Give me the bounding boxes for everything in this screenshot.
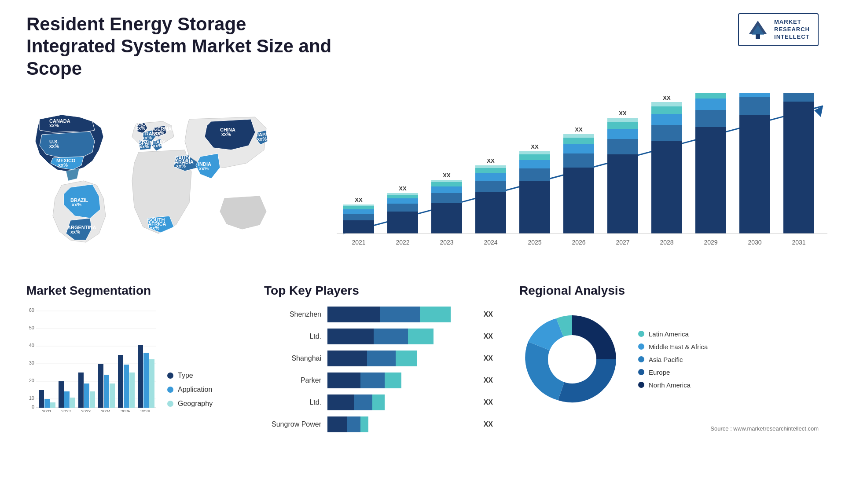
svg-rect-60 [475,173,506,181]
svg-rect-73 [563,153,594,168]
svg-text:2022: 2022 [61,409,71,412]
svg-rect-90 [651,102,682,106]
svg-text:2023: 2023 [81,409,91,412]
svg-rect-41 [343,205,374,206]
svg-rect-143 [110,383,115,408]
svg-text:xx%: xx% [199,166,209,171]
header: Resident Energy Storage Integrated Syste… [26,13,819,80]
svg-rect-58 [475,192,506,234]
player-name: Shenzhen [264,310,321,318]
type-label: Type [178,372,193,380]
bar-seg1 [327,373,360,388]
svg-rect-131 [50,402,55,408]
svg-rect-107 [783,102,814,234]
legend-middle-east: Middle East & Africa [638,343,708,351]
svg-rect-74 [563,144,594,153]
svg-rect-129 [39,390,44,408]
svg-rect-53 [431,186,462,193]
bottom-sections: Market Segmentation 60 50 40 30 20 10 0 [26,284,819,432]
europe-label: Europe [649,369,670,376]
svg-rect-87 [651,125,682,141]
asia-pacific-dot [638,356,644,362]
logo-text: MARKET RESEARCH INTELLECT [774,18,810,41]
svg-rect-62 [475,165,506,168]
player-row: Shanghai XX [264,351,493,366]
svg-rect-137 [78,373,84,408]
application-label: Application [178,386,212,394]
svg-text:xx%: xx% [72,202,81,207]
legend-europe: Europe [638,369,708,376]
application-dot [167,387,173,393]
player-name: Ltd. [264,398,321,406]
player-row: Shenzhen XX [264,307,493,322]
player-row: Sungrow Power XX [264,416,493,432]
bar-seg1 [327,307,380,322]
svg-rect-141 [98,364,103,408]
svg-rect-135 [70,398,75,408]
player-row: Ltd. XX [264,394,493,410]
donut-chart [519,307,625,412]
legend-type: Type [167,372,213,380]
svg-text:60: 60 [29,307,34,313]
svg-rect-51 [431,203,462,234]
legend-asia-pacific: Asia Pacific [638,356,708,363]
bar-seg3 [408,329,434,344]
player-name: Parker [264,376,321,384]
latin-america-label: Latin America [649,330,689,338]
player-bar [327,351,474,366]
svg-rect-59 [475,181,506,192]
svg-text:0: 0 [32,404,34,409]
svg-text:2024: 2024 [101,409,111,412]
segmentation-legend: Type Application Geography [167,372,213,408]
svg-rect-47 [387,195,418,198]
svg-text:2025: 2025 [121,409,131,412]
logo: MARKET RESEARCH INTELLECT [738,13,819,46]
bar-seg3 [396,351,417,366]
svg-text:xx%: xx% [221,131,231,137]
svg-rect-101 [739,97,770,115]
svg-rect-61 [475,168,506,173]
svg-rect-102 [739,93,770,97]
svg-rect-66 [519,168,550,181]
svg-text:xx%: xx% [49,143,59,149]
asia-pacific-label: Asia Pacific [649,356,683,363]
player-name: Ltd. [264,332,321,340]
svg-rect-69 [519,151,550,154]
svg-text:XX: XX [575,126,583,133]
svg-rect-82 [607,122,638,129]
svg-text:xx%: xx% [58,162,68,168]
svg-text:50: 50 [29,325,34,330]
svg-text:2024: 2024 [484,239,497,246]
svg-text:xx%: xx% [154,130,164,135]
svg-text:xx%: xx% [49,123,59,128]
svg-text:XX: XX [443,172,451,179]
logo-icon [747,18,769,40]
players-list: Shenzhen XX Ltd. XX [264,307,493,432]
svg-rect-54 [431,182,462,186]
svg-text:XX: XX [355,197,363,203]
svg-rect-86 [651,141,682,234]
svg-text:2029: 2029 [704,239,717,246]
svg-rect-68 [519,154,550,160]
svg-text:2026: 2026 [572,239,585,246]
player-name: Shanghai [264,354,321,362]
svg-rect-145 [118,355,123,408]
svg-rect-83 [607,118,638,122]
svg-rect-40 [343,206,374,209]
svg-rect-76 [563,134,594,138]
svg-rect-80 [607,139,638,154]
svg-rect-96 [695,93,726,99]
svg-rect-45 [387,204,418,212]
svg-rect-67 [519,160,550,168]
geography-dot [167,401,173,407]
player-value: XX [484,398,493,406]
svg-text:XX: XX [531,143,539,150]
svg-text:XX: XX [619,110,627,117]
regional-container: Latin America Middle East & Africa Asia … [519,307,819,412]
north-america-label: North America [649,381,691,389]
player-bar [327,394,474,410]
svg-text:XX: XX [487,157,495,164]
segmentation-title: Market Segmentation [26,284,238,298]
bar-seg1 [327,329,374,344]
player-value: XX [484,310,493,318]
